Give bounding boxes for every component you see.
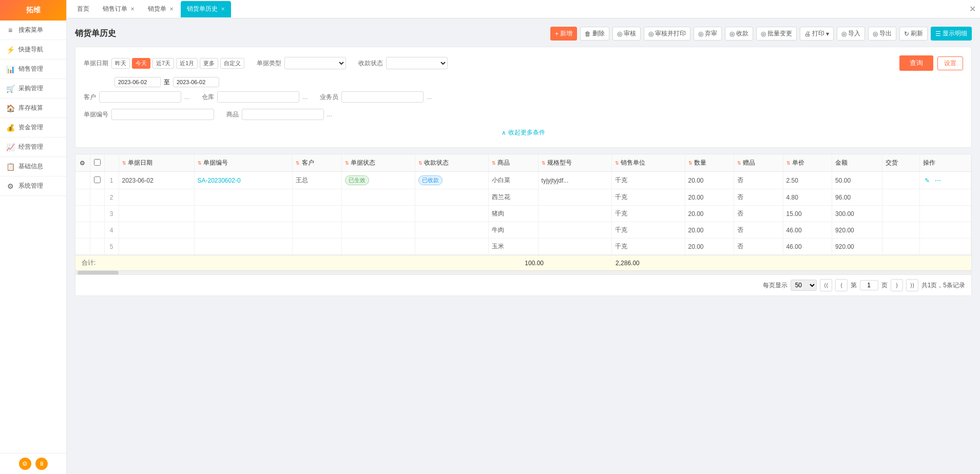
horizontal-scrollbar[interactable] [75, 270, 971, 274]
base-info-icon: 📋 [6, 163, 14, 171]
add-button[interactable]: + 新增 [550, 27, 577, 41]
salesman-dots[interactable]: ... [427, 93, 432, 101]
filter-doc-type-item: 单据类型 [257, 57, 346, 69]
tab-close-sales-history[interactable]: ✕ [221, 6, 225, 12]
tab-bar-close[interactable]: ✕ [969, 4, 976, 14]
col-unit[interactable]: ⇅ 销售单位 [611, 154, 685, 172]
delete-button[interactable]: 🗑 删除 [580, 27, 609, 41]
total-label: 合计: [82, 259, 95, 267]
sidebar-item-operations[interactable]: 📈 经营管理 [0, 137, 66, 157]
payment-status-select[interactable] [386, 57, 448, 69]
salesman-input[interactable] [341, 91, 424, 103]
sidebar-item-label: 采购管理 [18, 84, 43, 93]
edit-link[interactable]: ✎ [925, 177, 930, 184]
sidebar-item-sys-mgmt[interactable]: ⚙ 系统管理 [0, 176, 66, 196]
filter-row-2: 客户 ... 仓库 ... 业务员 ... [84, 91, 963, 103]
table-row: 2 西兰花 千克 20.00 否 4.80 96.00 [75, 189, 971, 206]
filter-row-1: 单据日期 昨天 今天 近7天 近1月 更多 自定义 单据类型 [84, 55, 963, 71]
first-page-btn[interactable]: ⟨⟨ [820, 279, 832, 291]
pagination: 每页显示 50 100 200 ⟨⟨ ⟨ 第 页 ⟩ ⟩⟩ 共1页，5条记录 [75, 274, 971, 295]
filter-panel: 单据日期 昨天 今天 近7天 近1月 更多 自定义 单据类型 [75, 47, 972, 148]
sidebar-pause-btn[interactable]: ⏸ [35, 458, 48, 470]
date-btn-1month[interactable]: 近1月 [176, 58, 198, 69]
audit-print-button[interactable]: ◎ 审核并打印 [644, 27, 690, 41]
payment-status-label: 收款状态 [358, 59, 383, 68]
col-customer[interactable]: ⇅ 客户 [293, 154, 342, 172]
col-spec[interactable]: ⇅ 规格型号 [538, 154, 611, 172]
print-button[interactable]: 🖨 打印 ▾ [800, 27, 834, 41]
collapse-button[interactable]: ∧ 收起更多条件 [84, 126, 963, 139]
doc-no-input[interactable] [111, 109, 214, 120]
tab-sales-order[interactable]: 销售订单 ✕ [97, 1, 141, 17]
date-start-input[interactable] [114, 77, 161, 87]
row-checkbox[interactable] [94, 176, 101, 183]
date-btn-yesterday[interactable]: 昨天 [111, 58, 130, 69]
main-area: 首页 销售订单 ✕ 销货单 ✕ 销货单历史 ✕ ✕ 销货单历史 + 新增 [67, 0, 980, 474]
prev-page-btn[interactable]: ⟨ [835, 279, 848, 291]
filter-payment-status-item: 收款状态 [358, 57, 448, 69]
sidebar-item-search-menu[interactable]: ≡ 搜索菜单 [0, 21, 66, 40]
date-btn-custom[interactable]: 自定义 [220, 58, 244, 69]
export-button[interactable]: ◎ 导出 [868, 27, 896, 41]
col-pay-status[interactable]: ⇅ 收款状态 [415, 154, 488, 172]
page-size-select[interactable]: 50 100 200 [791, 280, 817, 291]
tab-sales-history[interactable]: 销货单历史 ✕ [181, 1, 231, 17]
sidebar-item-label: 资金管理 [18, 123, 43, 132]
finance-icon: 💰 [6, 124, 14, 132]
col-doc-status[interactable]: ⇅ 单据状态 [341, 154, 415, 172]
col-doc-no[interactable]: ⇅ 单据编号 [194, 154, 293, 172]
collect-icon: ◎ [729, 30, 735, 37]
col-qty[interactable]: ⇅ 数量 [685, 154, 734, 172]
col-goods[interactable]: ⇅ 商品 [488, 154, 538, 172]
warehouse-dots[interactable]: ... [302, 93, 308, 101]
sales-icon: 📊 [6, 65, 14, 73]
audit-button[interactable]: ◎ 审核 [612, 27, 641, 41]
table-row: 4 牛肉 千克 20.00 否 46.00 920.00 [75, 222, 971, 239]
col-settings[interactable]: ⚙ [75, 154, 90, 172]
sidebar-item-inventory[interactable]: 🏠 库存核算 [0, 98, 66, 118]
settings-button[interactable]: 设置 [937, 56, 963, 70]
goods-input[interactable] [242, 109, 324, 120]
customer-dots[interactable]: ... [184, 93, 189, 101]
table-row: 1 2023-06-02 SA-20230602-0 王总 已生效 已收款 小白… [75, 172, 971, 189]
table-header-row: ⚙ ⇅ 单据日期 ⇅ 单据编号 ⇅ 客户 ⇅ 单据状态 ⇅ 收款状态 ⇅ 商品 … [75, 154, 971, 172]
collect-button[interactable]: ◎ 收款 [725, 27, 753, 41]
select-all-checkbox[interactable] [94, 159, 101, 166]
sidebar-item-base-info[interactable]: 📋 基础信息 [0, 157, 66, 176]
batch-change-button[interactable]: ◎ 批量变更 [756, 27, 797, 41]
tab-close-sales-delivery[interactable]: ✕ [169, 6, 174, 12]
show-detail-button[interactable]: ☰ 显示明细 [931, 27, 972, 41]
sidebar-item-sales-mgmt[interactable]: 📊 销售管理 [0, 60, 66, 79]
customer-input[interactable] [99, 91, 181, 103]
goods-dots[interactable]: ... [327, 111, 332, 118]
sidebar-item-quick-nav[interactable]: ⚡ 快捷导航 [0, 40, 66, 60]
date-btn-today[interactable]: 今天 [132, 58, 150, 69]
date-btn-more[interactable]: 更多 [200, 58, 218, 69]
warehouse-input[interactable] [217, 91, 299, 103]
last-page-btn[interactable]: ⟩⟩ [906, 279, 918, 291]
query-button[interactable]: 查询 [899, 55, 933, 71]
tab-close-sales-order[interactable]: ✕ [130, 6, 134, 12]
page-number-input[interactable] [860, 280, 878, 290]
doc-no-link[interactable]: SA-20230602-0 [198, 177, 241, 184]
import-button[interactable]: ◎ 导入 [837, 27, 865, 41]
refresh-button[interactable]: ↻ 刷新 [899, 27, 928, 41]
doc-type-select[interactable] [284, 57, 346, 69]
sidebar-settings-btn[interactable]: ⚙ [19, 458, 31, 470]
abandon-button[interactable]: ◎ 弃审 [694, 27, 722, 41]
abandon-icon: ◎ [698, 30, 703, 37]
next-page-btn[interactable]: ⟩ [891, 279, 903, 291]
tab-sales-delivery[interactable]: 销货单 ✕ [142, 1, 180, 17]
more-link[interactable]: ⋯ [935, 177, 941, 184]
col-doc-date[interactable]: ⇅ 单据日期 [119, 154, 194, 172]
sidebar-item-label: 系统管理 [18, 182, 43, 190]
col-unit-price[interactable]: ⇅ 单价 [783, 154, 832, 172]
sidebar-item-purchase-mgmt[interactable]: 🛒 采购管理 [0, 79, 66, 98]
date-end-input[interactable] [173, 77, 219, 87]
sidebar-item-finance[interactable]: 💰 资金管理 [0, 118, 66, 137]
date-btn-7days[interactable]: 近7天 [152, 58, 174, 69]
app-logo: 拓维 [0, 0, 66, 21]
tab-home[interactable]: 首页 [71, 1, 95, 17]
col-gift[interactable]: ⇅ 赠品 [734, 154, 783, 172]
page-title: 销货单历史 [75, 28, 116, 39]
